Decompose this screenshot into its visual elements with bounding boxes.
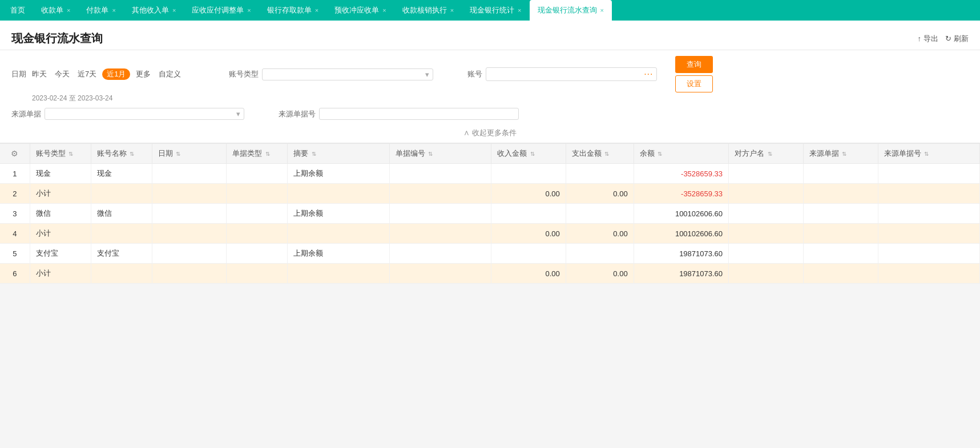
table-row[interactable]: 3微信微信上期余额100102606.60 <box>0 204 980 224</box>
query-button[interactable]: 查询 <box>675 56 713 73</box>
nav-payment[interactable]: 付款单 × <box>78 0 123 21</box>
close-icon[interactable]: × <box>600 0 604 21</box>
table-body: 1现金现金上期余额-3528659.332小计0.000.00-3528659.… <box>0 164 980 284</box>
close-icon[interactable]: × <box>382 0 386 21</box>
close-icon[interactable]: × <box>172 0 176 21</box>
close-icon[interactable]: × <box>247 0 251 21</box>
account-input[interactable]: ··· <box>486 67 657 81</box>
settings-button[interactable]: 设置 <box>675 75 713 92</box>
sort-icon: ⇅ <box>658 151 662 157</box>
account-field[interactable] <box>490 70 644 79</box>
sort-icon: ⇅ <box>842 151 846 157</box>
refresh-button[interactable]: ↻ 刷新 <box>945 34 969 44</box>
nav-flow-query[interactable]: 现金银行流水查询 × <box>530 0 612 21</box>
data-table: ⚙ 账号类型 ⇅ 账号名称 ⇅ 日期 ⇅ 单据类型 ⇅ <box>0 143 980 284</box>
col-counterparty[interactable]: 对方户名 ⇅ <box>729 144 804 164</box>
col-docno[interactable]: 单据编号 ⇅ <box>389 144 491 164</box>
export-button[interactable]: ↑ 导出 <box>918 34 939 44</box>
collapse-bar[interactable]: ∧ 收起更多条件 <box>11 126 969 143</box>
close-icon[interactable]: × <box>450 0 454 21</box>
nav-receipt[interactable]: 收款单 × <box>33 0 78 21</box>
nav-other-income[interactable]: 其他收入单 × <box>124 0 184 21</box>
date-yesterday[interactable]: 昨天 <box>30 68 49 80</box>
date-label: 日期 <box>11 69 26 79</box>
table-wrap: ⚙ 账号类型 ⇅ 账号名称 ⇅ 日期 ⇅ 单据类型 ⇅ <box>0 143 980 284</box>
filter-row-1: 日期 昨天 今天 近7天 近1月 更多 自定义 账号类型 ▾ 账号 ··· <box>11 56 969 92</box>
col-sourceno[interactable]: 来源单据号 ⇅ <box>878 144 979 164</box>
sort-icon: ⇅ <box>176 151 180 157</box>
sort-icon: ⇅ <box>604 151 609 157</box>
close-icon[interactable]: × <box>112 0 115 21</box>
account-num-label: 账号 <box>467 69 482 79</box>
sort-icon: ⇅ <box>530 151 535 157</box>
account-type-field[interactable] <box>266 70 423 79</box>
close-icon[interactable]: × <box>518 0 521 21</box>
sort-icon: ⇅ <box>312 151 316 157</box>
nav-adjustment[interactable]: 应收应付调整单 × <box>184 0 259 21</box>
collapse-icon: ∧ <box>463 128 472 137</box>
nav-home[interactable]: 首页 <box>2 0 33 21</box>
top-nav: 首页 收款单 × 付款单 × 其他收入单 × 应收应付调整单 × 银行存取款单 … <box>0 0 980 21</box>
dropdown-icon: ▾ <box>236 110 240 118</box>
table-row[interactable]: 1现金现金上期余额-3528659.33 <box>0 164 980 184</box>
table-header-row: ⚙ 账号类型 ⇅ 账号名称 ⇅ 日期 ⇅ 单据类型 ⇅ <box>0 144 980 164</box>
account-type-label: 账号类型 <box>229 69 259 79</box>
date-today[interactable]: 今天 <box>53 68 72 80</box>
source-doc-field[interactable] <box>49 110 234 118</box>
col-summary[interactable]: 摘要 ⇅ <box>288 144 389 164</box>
sort-icon: ⇅ <box>265 151 270 157</box>
source-doc-no-input[interactable] <box>319 108 519 120</box>
col-source[interactable]: 来源单据 ⇅ <box>803 144 878 164</box>
date-filter-group: 日期 昨天 今天 近7天 近1月 更多 自定义 <box>11 68 183 80</box>
action-buttons: 查询 设置 <box>675 56 713 92</box>
col-acname[interactable]: 账号名称 ⇅ <box>91 144 152 164</box>
date-more[interactable]: 更多 <box>134 68 153 80</box>
sort-icon: ⇅ <box>768 151 772 157</box>
table-row[interactable]: 6小计0.000.0019871073.60 <box>0 264 980 284</box>
nav-bank-deposit[interactable]: 银行存取款单 × <box>259 0 326 21</box>
col-gear[interactable]: ⚙ <box>0 144 30 164</box>
account-type-group: 账号类型 ▾ <box>229 68 433 80</box>
page-title: 现金银行流水查询 <box>11 31 103 46</box>
date-range-display: 2023-02-24 至 2023-03-24 <box>32 94 112 102</box>
account-type-input[interactable]: ▾ <box>262 68 433 80</box>
col-doctype[interactable]: 单据类型 ⇅ <box>227 144 288 164</box>
more-icon[interactable]: ··· <box>644 69 653 79</box>
date-custom[interactable]: 自定义 <box>156 68 183 80</box>
col-balance[interactable]: 余额 ⇅ <box>634 144 728 164</box>
date-1month[interactable]: 近1月 <box>102 68 130 80</box>
close-icon[interactable]: × <box>67 0 70 21</box>
page-header: 现金银行流水查询 ↑ 导出 ↻ 刷新 <box>0 21 980 50</box>
sort-icon: ⇅ <box>428 151 433 157</box>
source-doc-input[interactable]: ▾ <box>45 108 244 120</box>
col-date[interactable]: 日期 ⇅ <box>152 144 227 164</box>
date-shortcuts: 昨天 今天 近7天 近1月 更多 自定义 <box>30 68 183 80</box>
close-icon[interactable]: × <box>315 0 318 21</box>
dropdown-icon: ▾ <box>425 70 429 79</box>
table-row[interactable]: 5支付宝支付宝上期余额19871073.60 <box>0 244 980 264</box>
filter-row-2: 来源单据 ▾ 来源单据号 <box>11 108 969 120</box>
table-row[interactable]: 4小计0.000.00100102606.60 <box>0 224 980 244</box>
date-7days[interactable]: 近7天 <box>75 68 99 80</box>
source-doc-no-label: 来源单据号 <box>279 109 316 119</box>
source-doc-no-field[interactable] <box>323 110 515 118</box>
source-doc-no-group: 来源单据号 <box>279 108 519 120</box>
account-num-group: 账号 ··· <box>467 67 657 81</box>
nav-statistics[interactable]: 现金银行统计 × <box>462 0 529 21</box>
nav-verification[interactable]: 收款核销执行 × <box>394 0 462 21</box>
refresh-icon: ↻ <box>945 34 951 43</box>
filter-area: 日期 昨天 今天 近7天 近1月 更多 自定义 账号类型 ▾ 账号 ··· <box>0 50 980 143</box>
sort-icon: ⇅ <box>924 151 929 157</box>
table-row[interactable]: 2小计0.000.00-3528659.33 <box>0 184 980 204</box>
gear-icon[interactable]: ⚙ <box>11 149 18 158</box>
source-doc-label: 来源单据 <box>11 109 41 119</box>
col-expense[interactable]: 支出金额 ⇅ <box>566 144 634 164</box>
sort-icon: ⇅ <box>130 151 134 157</box>
export-icon: ↑ <box>918 34 922 43</box>
col-income[interactable]: 收入金额 ⇅ <box>491 144 566 164</box>
col-actype[interactable]: 账号类型 ⇅ <box>30 144 91 164</box>
nav-prepay[interactable]: 预收冲应收单 × <box>326 0 394 21</box>
sort-icon: ⇅ <box>68 151 73 157</box>
header-actions: ↑ 导出 ↻ 刷新 <box>918 34 969 44</box>
source-doc-group: 来源单据 ▾ <box>11 108 244 120</box>
